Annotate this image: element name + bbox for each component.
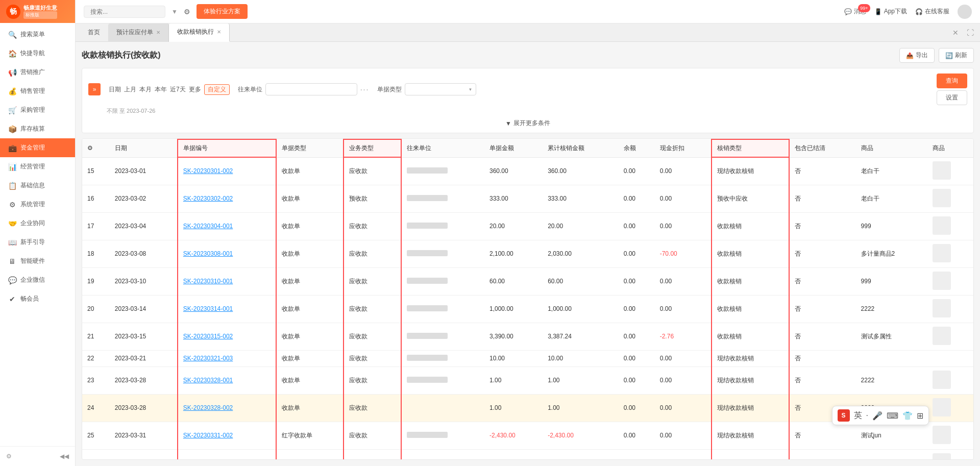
table-row[interactable]: 15 2023-03-01 SK-20230301-002 收款单 应收款 36… [82, 157, 973, 185]
col-partner-header[interactable]: 往来单位 [401, 139, 484, 157]
table-row[interactable]: 16 2023-03-02 SK-20230302-002 收款单 预收款 33… [82, 185, 973, 212]
topbar-gear-icon[interactable]: ⚙ [184, 8, 190, 16]
tab-collection-close[interactable]: ✕ [217, 29, 221, 35]
col-docnum-header[interactable]: 单据编号 [178, 139, 276, 157]
sidebar-item-purchase[interactable]: 🛒 采购管理 [0, 101, 75, 119]
table-row[interactable]: 21 2023-03-15 SK-20230315-002 收款单 应收款 3,… [82, 323, 973, 350]
expand-more-btn[interactable]: ▼ 展开更多条件 [505, 119, 550, 128]
tab-pending[interactable]: 预计应应付单 ✕ [108, 23, 169, 42]
refresh-btn[interactable]: 🔄 刷新 [939, 48, 974, 63]
date-this-month[interactable]: 本月 [139, 85, 152, 94]
sidebar-item-guide[interactable]: 📖 新手引导 [0, 233, 75, 252]
doctype-select[interactable] [405, 83, 476, 95]
cell-docnum[interactable]: SK-20230328-002 [178, 394, 276, 422]
tab-collection[interactable]: 收款核销执行 ✕ [169, 23, 230, 42]
col-balance-header[interactable]: 余额 [619, 139, 655, 157]
col-discount-header[interactable]: 现金折扣 [655, 139, 712, 157]
table-row[interactable]: 23 2023-03-28 SK-20230328-001 收款单 应收款 1.… [82, 366, 973, 394]
sidebar-item-marketing[interactable]: 📢 营销推广 [0, 63, 75, 82]
ime-text-icon[interactable]: 英 [854, 410, 862, 421]
query-btn[interactable]: 查询 [937, 73, 967, 88]
col-doctype-header[interactable]: 单据类型 [276, 139, 344, 157]
sidebar-icon-shortcut: 🏠 [8, 50, 16, 58]
cell-biztype: 应收款 [344, 267, 401, 295]
table-row[interactable]: 25 2023-03-31 SK-20230331-002 红字收款单 应收款 … [82, 422, 973, 449]
ime-dot-icon[interactable]: · [866, 411, 868, 420]
sidebar-icon-hardware: 🖥 [8, 257, 16, 265]
sidebar-item-operation[interactable]: 📊 经营管理 [0, 157, 75, 176]
tab-expand-icon[interactable]: ⛶ [965, 27, 976, 39]
partner-input[interactable] [265, 83, 357, 95]
cell-product2 [927, 212, 974, 240]
tab-home[interactable]: 首页 [80, 23, 108, 42]
topbar-app-download[interactable]: 📱 App下载 [874, 7, 907, 16]
partner-dots[interactable]: ··· [360, 85, 370, 93]
sidebar-item-hardware[interactable]: 🖥 智能硬件 [0, 252, 75, 271]
cell-include: 否 [789, 295, 856, 323]
export-btn[interactable]: 📤 导出 [899, 48, 935, 63]
sidebar-item-inventory[interactable]: 📦 库存核算 [0, 119, 75, 138]
cell-docnum[interactable]: SK-20230331-002 [178, 422, 276, 449]
col-verified-header[interactable]: 累计核销金额 [543, 139, 619, 157]
sidebar-item-search[interactable]: 🔍 搜索菜单 [0, 25, 75, 44]
topbar-search-input[interactable] [84, 6, 165, 18]
filter-expand-btn[interactable]: » [88, 83, 101, 95]
col-amount-header[interactable]: 单据金额 [484, 139, 543, 157]
topbar-dropdown-arrow[interactable]: ▼ [172, 8, 178, 15]
date-this-year[interactable]: 本年 [155, 85, 167, 94]
cell-docnum[interactable]: SK-20230314-001 [178, 295, 276, 323]
sidebar-item-wechat[interactable]: 💬 企业微信 [0, 271, 75, 289]
topbar-message[interactable]: 💬 消息 99+ [844, 7, 866, 16]
sidebar-label-operation: 经营管理 [20, 162, 45, 171]
col-settings-header[interactable]: ⚙ [82, 139, 110, 157]
industry-btn[interactable]: 体验行业方案 [197, 4, 248, 19]
ime-grid-icon[interactable]: ⊞ [917, 411, 923, 421]
topbar-online-service[interactable]: 🎧 在线客服 [915, 7, 949, 16]
sidebar-item-system[interactable]: ⚙ 系统管理 [0, 195, 75, 214]
cell-docnum[interactable]: SK-20230328-001 [178, 366, 276, 394]
table-row[interactable]: 26 2023-04-03 SK-20230403-002 收款单 预收款 20… [82, 449, 973, 460]
col-chxtype-header[interactable]: 核销类型 [712, 139, 789, 157]
date-last-month[interactable]: 上月 [124, 85, 136, 94]
cell-verified: 20.00 [543, 449, 619, 460]
sidebar-item-enterprise[interactable]: 🤝 企业协同 [0, 214, 75, 233]
col-product1-header[interactable]: 商品 [856, 139, 927, 157]
cell-docnum[interactable]: SK-20230310-001 [178, 267, 276, 295]
table-row[interactable]: 19 2023-03-10 SK-20230310-001 收款单 应收款 60… [82, 267, 973, 295]
table-row[interactable]: 17 2023-03-04 SK-20230304-001 收款单 应收款 20… [82, 212, 973, 240]
sidebar-item-basic[interactable]: 📋 基础信息 [0, 176, 75, 195]
tab-pending-close[interactable]: ✕ [156, 30, 160, 35]
sidebar-item-member[interactable]: ✔ 畅会员 [0, 289, 75, 308]
sidebar-item-sales[interactable]: 💰 销售管理 [0, 82, 75, 101]
cell-docnum[interactable]: SK-20230403-002 [178, 449, 276, 460]
ime-shirt-icon[interactable]: 👕 [902, 411, 913, 421]
user-avatar[interactable] [958, 5, 972, 19]
table-row[interactable]: 20 2023-03-14 SK-20230314-001 收款单 应收款 1,… [82, 295, 973, 323]
cell-docnum[interactable]: SK-20230321-003 [178, 350, 276, 366]
sidebar-icon-enterprise: 🤝 [8, 219, 16, 228]
ime-keyboard-icon[interactable]: ⌨ [887, 411, 898, 421]
cell-docnum[interactable]: SK-20230301-002 [178, 157, 276, 185]
settings-bottom-icon[interactable]: ⚙ [4, 451, 14, 462]
cell-docnum[interactable]: SK-20230302-002 [178, 185, 276, 212]
cell-docnum[interactable]: SK-20230315-002 [178, 323, 276, 350]
col-product2-header[interactable]: 商品 [927, 139, 974, 157]
tab-close-all-icon[interactable]: ✕ [950, 27, 961, 39]
cell-docnum[interactable]: SK-20230308-001 [178, 240, 276, 267]
ime-mic-icon[interactable]: 🎤 [872, 411, 883, 421]
table-row[interactable]: 18 2023-03-08 SK-20230308-001 收款单 应收款 2,… [82, 240, 973, 267]
date-more[interactable]: 更多 [189, 85, 201, 94]
table-row[interactable]: 22 2023-03-21 SK-20230321-003 收款单 应收款 10… [82, 350, 973, 366]
date-7days[interactable]: 近7天 [170, 85, 186, 94]
settings-btn[interactable]: 设置 [937, 90, 967, 105]
col-include-header[interactable]: 包含已结清 [789, 139, 856, 157]
col-biztype-header[interactable]: 业务类型 [344, 139, 401, 157]
cell-docnum[interactable]: SK-20230304-001 [178, 212, 276, 240]
col-date-header[interactable]: 日期 [110, 139, 178, 157]
date-custom[interactable]: 自定义 [204, 84, 230, 95]
collapse-icon[interactable]: ◀◀ [58, 451, 71, 462]
sidebar-item-finance[interactable]: 💼 资金管理 [0, 138, 75, 157]
headset-icon: 🎧 [915, 8, 923, 15]
sidebar-item-shortcut[interactable]: 🏠 快捷导航 [0, 44, 75, 63]
sidebar-icon-inventory: 📦 [8, 125, 16, 133]
